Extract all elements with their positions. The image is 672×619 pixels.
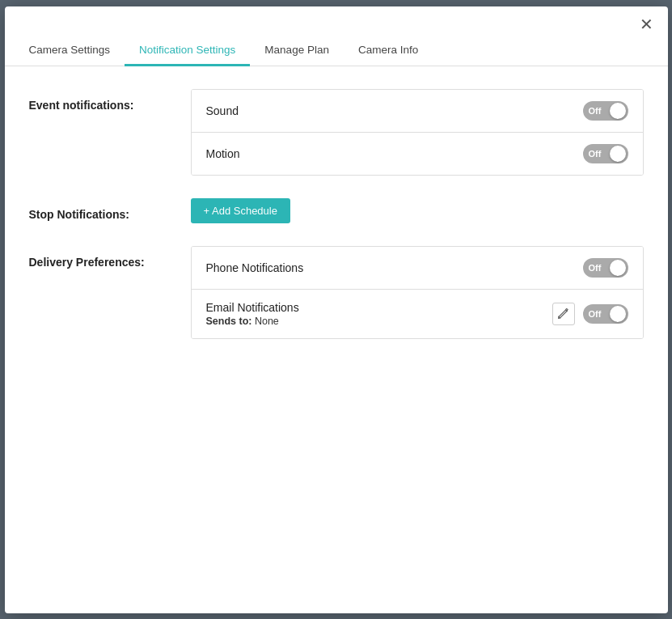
sound-toggle[interactable]: Off (583, 101, 628, 121)
email-row-right: Off (552, 303, 628, 325)
sound-toggle-knob (610, 103, 626, 119)
email-notifications-label: Email Notifications (206, 301, 299, 314)
sound-row: Sound Off (192, 90, 643, 132)
phone-toggle-knob (610, 260, 626, 276)
add-schedule-button[interactable]: + Add Schedule (191, 198, 290, 223)
sends-to-value: None (255, 316, 279, 327)
email-notifications-row: Email Notifications Sends to: None (192, 289, 643, 338)
stop-notifications-label: Stop Notifications: (29, 198, 191, 221)
email-edit-button[interactable] (552, 303, 575, 325)
email-notifications-toggle[interactable]: Off (583, 304, 628, 324)
tab-notification-settings[interactable]: Notification Settings (125, 36, 250, 66)
event-notifications-section: Event notifications: Sound Off Motion (29, 89, 644, 176)
delivery-preferences-section: Delivery Preferences: Phone Notification… (29, 246, 644, 339)
modal-body: Event notifications: Sound Off Motion (5, 66, 668, 613)
motion-toggle-text: Off (589, 149, 602, 159)
tab-manage-plan[interactable]: Manage Plan (250, 36, 344, 66)
delivery-preferences-content: Phone Notifications Off Email Notificati… (191, 246, 644, 339)
delivery-preferences-label: Delivery Preferences: (29, 246, 191, 269)
stop-notifications-section: Stop Notifications: + Add Schedule (29, 198, 644, 223)
sound-toggle-text: Off (589, 106, 602, 116)
delivery-preferences-card: Phone Notifications Off Email Notificati… (191, 246, 644, 339)
sends-to-text: Sends to: None (206, 316, 299, 327)
event-notifications-content: Sound Off Motion Off (191, 89, 644, 176)
stop-notifications-content: + Add Schedule (191, 198, 644, 223)
phone-notifications-label: Phone Notifications (206, 261, 304, 274)
phone-notifications-row: Phone Notifications Off (192, 247, 643, 289)
modal-header: ✕ (5, 6, 668, 36)
phone-toggle-text: Off (589, 263, 602, 273)
tab-camera-info[interactable]: Camera Info (344, 36, 433, 66)
modal-overlay: ✕ Camera Settings Notification Settings … (0, 0, 672, 619)
motion-toggle-knob (610, 146, 626, 162)
close-button[interactable]: ✕ (635, 13, 658, 36)
sound-label: Sound (206, 104, 239, 117)
email-toggle-knob (610, 306, 626, 322)
email-row-content: Email Notifications Sends to: None (206, 301, 299, 327)
motion-toggle[interactable]: Off (583, 144, 628, 163)
event-notifications-label: Event notifications: (29, 89, 191, 112)
motion-label: Motion (206, 147, 240, 160)
modal: ✕ Camera Settings Notification Settings … (5, 6, 668, 613)
pencil-icon (558, 308, 568, 319)
event-notifications-card: Sound Off Motion Off (191, 89, 644, 176)
tab-camera-settings[interactable]: Camera Settings (15, 36, 125, 66)
phone-notifications-toggle[interactable]: Off (583, 258, 628, 278)
sends-to-label: Sends to: (206, 316, 252, 327)
tabs-bar: Camera Settings Notification Settings Ma… (5, 36, 668, 66)
motion-row: Motion Off (192, 132, 643, 175)
email-toggle-text: Off (589, 309, 602, 319)
